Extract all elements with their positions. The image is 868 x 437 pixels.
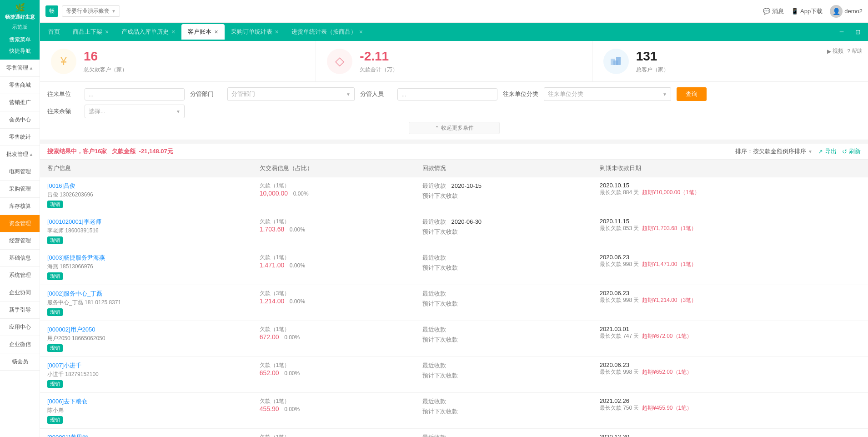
sort-selector[interactable]: 排序：按欠款金额倒序排序 ▼ <box>735 147 813 156</box>
stat-icon-money: ¥ <box>51 49 76 74</box>
nav-label: 企业微信 <box>9 341 31 347</box>
overdue-amount-link[interactable]: 超期¥672.00（1笔） <box>642 333 692 339</box>
sort-label: 排序：按欠款金额倒序排序 <box>735 147 806 156</box>
往来余额-select[interactable]: 选择... ▼ <box>85 105 185 118</box>
tab-1[interactable]: 商品上下架× <box>66 24 115 40</box>
tab-4[interactable]: 采购订单统计表× <box>225 24 285 40</box>
customer-phone: 吕俊 13026203696 <box>47 191 245 199</box>
tab-close-icon[interactable]: × <box>171 29 175 35</box>
collapse-filter-btn[interactable]: ⌃ 收起更多条件 <box>409 122 500 134</box>
customer-name-link[interactable]: [0007]小进千 <box>47 362 81 369</box>
customer-name-link[interactable]: [0002]服务中心_丁磊 <box>47 290 102 297</box>
overdue-amount-link[interactable]: 超期¥1,471.00（1笔） <box>642 261 697 267</box>
sidebar-item-企业微信[interactable]: 企业微信 <box>0 336 40 353</box>
sidebar-item-基础信息[interactable]: 基础信息 <box>0 250 40 267</box>
tab-3[interactable]: 客户账本× <box>181 24 224 40</box>
next-payment: 预计下次收款 <box>422 228 585 236</box>
export-btn[interactable]: ↗ 导出 <box>818 147 837 156</box>
query-button[interactable]: 查询 <box>677 87 707 101</box>
sidebar-item-会员中心[interactable]: 会员中心 <box>0 111 40 129</box>
sidebar-item-系统管理[interactable]: 系统管理 <box>0 267 40 284</box>
table-result-info: 搜索结果中，客户16家 欠款金额 -21,148.07元 <box>47 147 173 156</box>
debt-amount: 1,471.00 <box>260 261 285 269</box>
sidebar-item-新手引导[interactable]: 新手引导 <box>0 301 40 319</box>
sidebar-item-批发管理[interactable]: 批发管理▲ <box>0 146 40 163</box>
debt-info-cell: 欠款（1笔） 672.00 0.00% <box>252 321 415 357</box>
video-help-btn[interactable]: ▶ 视频 <box>827 47 843 55</box>
customer-name-link[interactable]: [0006]去下粮仓 <box>47 398 87 405</box>
tab-close-icon[interactable]: × <box>214 29 218 35</box>
分管人员-input[interactable]: ... <box>397 88 497 100</box>
sidebar-item-资金管理[interactable]: 资金管理 <box>0 215 40 232</box>
customer-phone: 海燕 18513066976 <box>47 263 245 271</box>
quick-nav-btn[interactable]: 快捷导航 <box>4 45 36 57</box>
customer-name-link[interactable]: [0003]畅捷服务尹海燕 <box>47 254 105 261</box>
overdue-amount-link[interactable]: 超期¥1,703.68（1笔） <box>642 225 697 231</box>
tab-close-icon[interactable]: × <box>359 29 363 35</box>
tab-close-icon[interactable]: × <box>105 29 109 35</box>
sidebar-item-零售管理[interactable]: 零售管理▲ <box>0 60 40 77</box>
sort-chevron-icon: ▼ <box>808 149 813 154</box>
debt-amount: 10,000.00 <box>260 190 288 197</box>
chevron-down-icon: ▼ <box>662 92 667 97</box>
sidebar-item-零售商城[interactable]: 零售商城 <box>0 77 40 94</box>
sidebar-item-畅会员[interactable]: 畅会员 <box>0 353 40 371</box>
customer-info-cell: [0007]小进千 小进千 18279152100 现销 <box>40 357 252 393</box>
demo-label: 示范版 <box>0 23 40 31</box>
payment-info-cell: 最近收款 2020-06-30 预计下次收款 <box>415 213 592 249</box>
tabs-minimize-btn[interactable]: − <box>835 25 848 38</box>
customer-name-link[interactable]: [000002]用户2050 <box>47 326 95 333</box>
customer-info-cell: [0002]服务中心_丁磊 服务中心_丁磊 181 0125 8371 现销 <box>40 285 252 321</box>
account-selector[interactable]: 母婴行业演示账套 ▼ <box>62 5 120 17</box>
next-payment: 预计下次收款 <box>422 336 585 344</box>
tab-5[interactable]: 进货单统计表（按商品）× <box>285 24 369 40</box>
tab-0[interactable]: 首页 <box>42 24 66 40</box>
due-date: 2021.03.01 <box>600 326 861 332</box>
debt-pct: 0.00% <box>290 262 305 269</box>
overdue-amount-link[interactable]: 超期¥652.00（1笔） <box>642 369 692 375</box>
customer-info-cell: [0001020001]李老师 李老师 18600391516 现销 <box>40 213 252 249</box>
stat-icon-debt: ◇ <box>327 49 352 74</box>
nav-label: 营销推广 <box>9 99 31 105</box>
tab-label: 进货单统计表（按商品） <box>291 28 356 36</box>
chevron-up-icon: ⌃ <box>435 125 439 131</box>
debt-count: 欠款（1笔） <box>260 397 408 405</box>
nav-label: 零售商城 <box>9 82 31 88</box>
due-date: 2020.06.23 <box>600 290 861 296</box>
sidebar-item-采购管理[interactable]: 采购管理 <box>0 181 40 198</box>
customer-tag: 现销 <box>47 416 63 424</box>
debt-info-cell: 欠款（1笔） 1,471.00 0.00% <box>252 249 415 285</box>
search-menu-btn[interactable]: 搜索菜单 <box>4 34 36 45</box>
tab-close-icon[interactable]: × <box>275 29 279 35</box>
sidebar-item-企业协同[interactable]: 企业协同 <box>0 284 40 301</box>
sidebar-search-section: 搜索菜单 快捷导航 <box>0 31 40 60</box>
export-icon: ↗ <box>818 148 823 155</box>
user-menu[interactable]: 👤 demo2 <box>830 5 863 18</box>
overdue-amount-link[interactable]: 超期¥455.90（1笔） <box>642 405 692 411</box>
往来单位-input[interactable]: ... <box>85 88 185 100</box>
sidebar-item-应用中心[interactable]: 应用中心 <box>0 319 40 336</box>
分管人员-label: 分管人员 <box>360 90 392 98</box>
tabs-expand-btn[interactable]: ⊡ <box>852 25 864 38</box>
message-btn[interactable]: 💬 消息 <box>763 7 784 15</box>
sidebar-item-经营管理[interactable]: 经营管理 <box>0 232 40 250</box>
customer-tag: 现销 <box>47 380 63 388</box>
refresh-btn[interactable]: ↺ 刷新 <box>842 147 861 156</box>
sidebar-item-营销推广[interactable]: 营销推广 <box>0 94 40 111</box>
username: demo2 <box>844 8 863 15</box>
app-download-btn[interactable]: 📱 App下载 <box>791 7 823 15</box>
filter-area: 往来单位 ... 分管部门 分管部门 ▼ 分管人员 ... 往来单位分类 <box>40 82 868 140</box>
sidebar-item-零售统计[interactable]: 零售统计 <box>0 129 40 146</box>
overdue-amount-link[interactable]: 超期¥1,214.00（3笔） <box>642 297 697 303</box>
sidebar-item-库存核算[interactable]: 库存核算 <box>0 198 40 215</box>
分管部门-select[interactable]: 分管部门 ▼ <box>227 87 355 101</box>
sidebar-item-电商管理[interactable]: 电商管理 <box>0 163 40 181</box>
customer-name-link[interactable]: [0016]吕俊 <box>47 182 75 189</box>
help-btn[interactable]: ? 帮助 <box>847 47 863 55</box>
tab-2[interactable]: 产成品入库单历史× <box>115 24 181 40</box>
debt-amount: 672.00 <box>260 333 279 341</box>
customer-name-link[interactable]: [0001020001]李老师 <box>47 218 101 225</box>
overdue-amount-link[interactable]: 超期¥10,000.00（1笔） <box>642 189 700 196</box>
customer-name-link[interactable]: [000001]黄思源 <box>47 434 88 437</box>
往来单位分类-select[interactable]: 往来单位分类 ▼ <box>544 87 671 101</box>
